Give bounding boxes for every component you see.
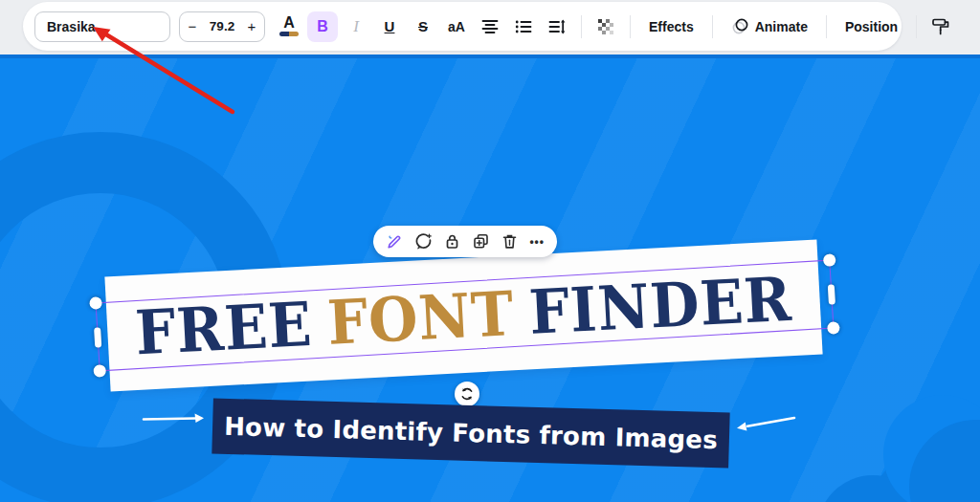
line-spacing-icon (547, 17, 567, 36)
text-color-icon: A (283, 16, 295, 30)
strikethrough-icon: S (418, 18, 428, 34)
bullet-list-icon (514, 17, 533, 36)
text-color-button[interactable]: A (274, 11, 304, 42)
toolbar-divider (581, 15, 582, 38)
toolbar-divider (826, 15, 827, 38)
text-align-button[interactable] (475, 11, 505, 42)
line-spacing-button[interactable] (542, 11, 572, 42)
letter-case-button[interactable]: aA (441, 11, 472, 42)
animate-button[interactable]: Animate (722, 11, 817, 42)
copy-style-button[interactable] (925, 11, 956, 42)
delete-button[interactable] (501, 232, 519, 251)
trash-icon (501, 232, 519, 251)
element-toolbar: ••• (373, 226, 557, 257)
animate-label: Animate (755, 19, 808, 34)
comment-button[interactable] (414, 232, 433, 251)
position-button[interactable]: Position (835, 11, 907, 42)
top-bar: Brasika − 79.2 + A B I U S aA (0, 0, 980, 55)
design-canvas[interactable]: FREE FONT FINDER (0, 55, 980, 502)
strikethrough-button[interactable]: S (408, 11, 438, 42)
font-size-decrease-button[interactable]: − (180, 18, 205, 34)
duplicate-icon (472, 232, 490, 251)
resize-handle-right[interactable] (828, 284, 835, 304)
font-size-value[interactable]: 79.2 (205, 19, 239, 33)
toolbar-divider (630, 15, 631, 38)
subtitle-text: How to Identify Fonts from Images (224, 412, 719, 454)
italic-button[interactable]: I (341, 11, 371, 42)
rotate-handle[interactable] (455, 382, 479, 406)
magic-edit-button[interactable] (386, 232, 404, 251)
comment-icon (414, 232, 433, 251)
font-size-stepper: − 79.2 + (179, 11, 265, 42)
canva-editor: Brasika − 79.2 + A B I U S aA (0, 0, 980, 502)
paint-roller-icon (930, 16, 951, 37)
font-size-increase-button[interactable]: + (239, 18, 264, 34)
bullet-list-button[interactable] (508, 11, 539, 42)
duplicate-button[interactable] (472, 232, 490, 251)
resize-handle-left[interactable] (94, 327, 101, 347)
underline-button[interactable]: U (374, 11, 405, 42)
resize-handle-top-left[interactable] (89, 296, 102, 310)
animate-circle-icon (731, 17, 749, 35)
toolbar-divider (916, 15, 917, 38)
lock-icon (443, 232, 461, 251)
more-dots-icon: ••• (529, 237, 545, 247)
canvas-top-edge (0, 55, 980, 58)
letter-case-icon: aA (448, 19, 465, 34)
toolbar-divider (712, 15, 713, 38)
text-color-swatch (279, 32, 299, 36)
font-family-selector[interactable]: Brasika (34, 11, 170, 42)
lock-button[interactable] (443, 232, 461, 251)
italic-icon: I (353, 17, 359, 36)
align-center-icon (480, 17, 500, 36)
transparency-button[interactable] (590, 11, 621, 42)
magic-edit-pencil-icon (386, 232, 404, 251)
font-name-value: Brasika (47, 19, 96, 34)
text-toolbar: Brasika − 79.2 + A B I U S aA (23, 2, 902, 51)
underline-icon: U (385, 18, 395, 34)
bold-button[interactable]: B (307, 11, 338, 42)
rotate-icon (460, 387, 474, 401)
transparency-icon (596, 17, 615, 36)
effects-button[interactable]: Effects (639, 11, 703, 42)
more-options-button[interactable]: ••• (529, 237, 545, 247)
